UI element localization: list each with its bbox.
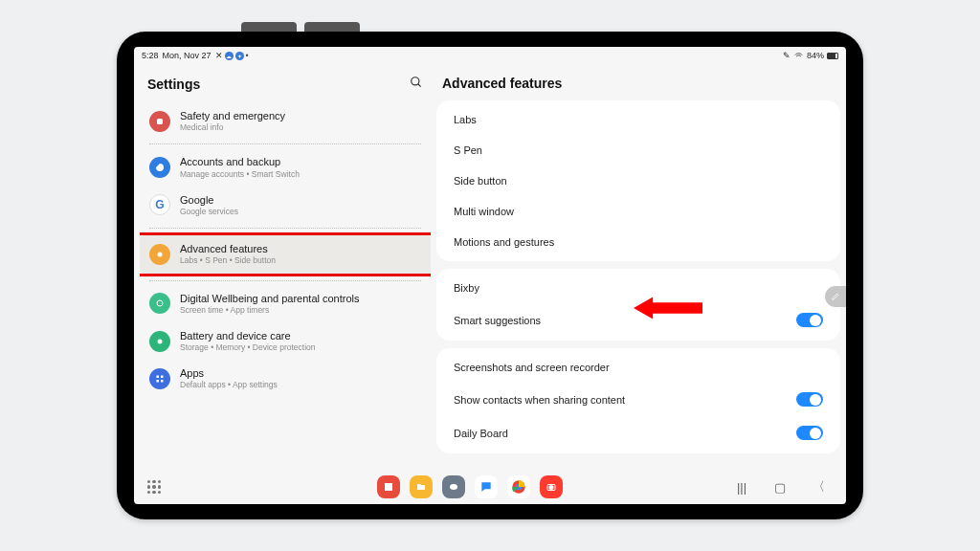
toggle-switch[interactable] xyxy=(796,426,823,440)
google-icon: G xyxy=(149,194,170,215)
nav-recents-button[interactable]: ||| xyxy=(735,480,748,495)
divider xyxy=(149,280,421,281)
app-messages-icon[interactable] xyxy=(475,475,498,498)
svg-line-1 xyxy=(418,84,421,87)
row-label: Motions and gestures xyxy=(454,236,554,248)
status-bar: 5:28 Mon, Nov 27 ✕ ☁ ✦ • ✎ 84% xyxy=(134,47,846,64)
row-label: Side button xyxy=(454,175,507,187)
svg-rect-7 xyxy=(161,375,164,378)
app-chrome-icon[interactable] xyxy=(507,475,530,498)
sidebar-item-battery[interactable]: Battery and device careStorage • Memory … xyxy=(140,322,431,360)
row-label: Bixby xyxy=(454,282,479,294)
divider xyxy=(149,143,421,144)
scissors-icon: ✕ xyxy=(215,51,223,60)
row-bixby[interactable]: Bixby xyxy=(436,273,840,303)
row-daily-board[interactable]: Daily Board xyxy=(436,416,840,450)
sidebar-item-label: Digital Wellbeing and parental controls xyxy=(180,293,360,305)
sidebar-item-label: Accounts and backup xyxy=(180,156,300,168)
sidebar-item-google[interactable]: G GoogleGoogle services xyxy=(140,187,431,224)
svg-rect-8 xyxy=(157,380,160,383)
battery-label: 84% xyxy=(807,51,824,60)
toggle-switch[interactable] xyxy=(796,313,823,327)
sidebar-item-sub: Storage • Memory • Device protection xyxy=(180,342,316,352)
status-date: Mon, Nov 27 xyxy=(163,51,212,60)
wifi-icon xyxy=(793,50,804,62)
nav-bar: ||| ▢ 〈 xyxy=(735,478,833,496)
edge-panel-handle[interactable] xyxy=(825,286,846,307)
detail-title: Advanced features xyxy=(436,68,840,100)
row-label: Screenshots and screen recorder xyxy=(454,362,610,373)
svg-rect-9 xyxy=(161,380,164,383)
taskbar-apps xyxy=(377,475,563,498)
sidebar-item-safety[interactable]: Safety and emergencyMedical info xyxy=(140,102,431,140)
row-spen[interactable]: S Pen xyxy=(436,135,840,165)
row-label: Labs xyxy=(454,114,477,125)
search-icon[interactable] xyxy=(410,76,423,93)
app-discord-icon[interactable] xyxy=(442,475,465,498)
app-files-icon[interactable] xyxy=(410,475,433,498)
sidebar-item-sub: Default apps • App settings xyxy=(180,380,278,389)
settings-group: Bixby Smart suggestions xyxy=(436,269,840,341)
sidebar-item-sub: Screen time • App timers xyxy=(180,305,360,315)
notification-icon: ☁ xyxy=(225,52,234,60)
status-notification-icons: ✕ ☁ ✦ • xyxy=(215,51,249,60)
battery-care-icon xyxy=(149,331,170,352)
settings-group: Labs S Pen Side button Multi window Moti… xyxy=(436,100,840,261)
settings-group: Screenshots and screen recorder Show con… xyxy=(436,348,840,453)
svg-rect-2 xyxy=(157,119,163,124)
nav-back-button[interactable]: 〈 xyxy=(812,478,825,496)
page-title: Settings xyxy=(147,77,200,92)
app-flipboard-icon[interactable] xyxy=(377,475,400,498)
sidebar-item-apps[interactable]: AppsDefault apps • App settings xyxy=(140,360,431,397)
svg-point-5 xyxy=(158,339,163,343)
sidebar-item-sub: Labs • S Pen • Side button xyxy=(180,255,276,265)
row-label: Daily Board xyxy=(454,428,508,439)
battery-icon xyxy=(827,53,838,59)
app-camera-icon[interactable] xyxy=(540,475,563,498)
wellbeing-icon xyxy=(149,293,170,314)
safety-icon xyxy=(149,111,170,132)
svg-point-12 xyxy=(450,484,457,490)
taskbar: ||| ▢ 〈 xyxy=(134,470,846,504)
sidebar-item-accounts[interactable]: Accounts and backupManage accounts • Sma… xyxy=(140,148,431,186)
row-side-button[interactable]: Side button xyxy=(436,165,840,196)
content-area: Settings Safety and emergencyMedical inf… xyxy=(134,64,846,470)
row-smart-suggestions[interactable]: Smart suggestions xyxy=(436,303,840,337)
divider xyxy=(149,228,421,229)
sidebar-item-label: Battery and device care xyxy=(180,330,316,342)
svg-rect-6 xyxy=(157,375,160,378)
sidebar-item-wellbeing[interactable]: Digital Wellbeing and parental controlsS… xyxy=(140,285,431,322)
detail-panel: Advanced features Labs S Pen Side button… xyxy=(436,68,840,470)
svg-point-3 xyxy=(158,252,163,256)
highlight-callout: Advanced featuresLabs • S Pen • Side but… xyxy=(140,232,431,276)
sidebar-item-sub: Medical info xyxy=(180,122,285,132)
row-show-contacts[interactable]: Show contacts when sharing content xyxy=(436,383,840,416)
row-label: Multi window xyxy=(454,206,514,217)
sidebar-item-label: Google xyxy=(180,194,238,207)
row-labs[interactable]: Labs xyxy=(436,104,840,135)
sidebar-item-label: Apps xyxy=(180,367,278,380)
apps-icon xyxy=(149,368,170,389)
row-motions-gestures[interactable]: Motions and gestures xyxy=(436,227,840,257)
sidebar-item-sub: Manage accounts • Smart Switch xyxy=(180,169,300,179)
status-time: 5:28 xyxy=(142,51,159,60)
row-multi-window[interactable]: Multi window xyxy=(436,196,840,227)
svg-point-0 xyxy=(412,77,419,85)
pen-icon: ✎ xyxy=(783,51,791,60)
sidebar-item-sub: Google services xyxy=(180,207,238,216)
sidebar-item-label: Safety and emergency xyxy=(180,110,285,122)
svg-rect-11 xyxy=(385,483,392,491)
more-icon: • xyxy=(246,51,249,60)
nav-home-button[interactable]: ▢ xyxy=(773,480,787,495)
row-label: S Pen xyxy=(454,144,482,156)
screen: 5:28 Mon, Nov 27 ✕ ☁ ✦ • ✎ 84% xyxy=(134,47,846,504)
apps-drawer-icon[interactable] xyxy=(147,480,161,494)
sidebar-item-label: Advanced features xyxy=(180,243,276,255)
toggle-switch[interactable] xyxy=(796,392,823,407)
row-label: Show contacts when sharing content xyxy=(454,394,625,406)
sidebar-item-advanced-features[interactable]: Advanced featuresLabs • S Pen • Side but… xyxy=(140,235,431,273)
notification-icon: ✦ xyxy=(235,52,244,60)
cloud-sync-icon xyxy=(149,157,170,178)
row-screenshots[interactable]: Screenshots and screen recorder xyxy=(436,352,840,383)
advanced-icon xyxy=(149,244,170,265)
